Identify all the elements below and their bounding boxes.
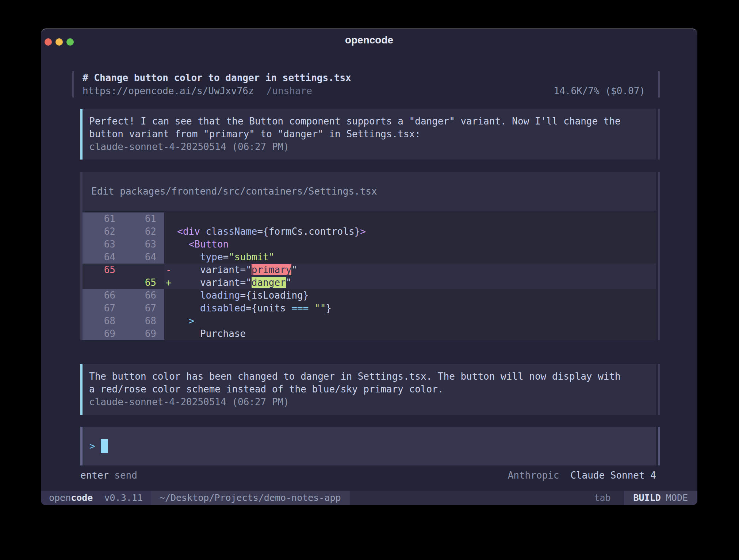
diff-line-numbers: 6868 [83, 315, 164, 327]
diff-code-line: + variant="danger" [164, 276, 656, 289]
prompt-chevron-icon: > [89, 441, 95, 452]
message-line: button variant from "primary" to "danger… [89, 128, 647, 141]
diff-row: 6767 disabled={units === ""} [83, 302, 656, 315]
working-directory: ~/Desktop/Projects/demo-notes-app [151, 491, 350, 505]
mode-chip[interactable]: BUILDMODE [624, 491, 697, 505]
session-title: # Change button color to danger in setti… [83, 71, 645, 84]
diff-code-line: > [164, 315, 656, 327]
diff-row: 6969 Purchase [83, 327, 656, 340]
diff-code-line: loading={isLoading} [164, 289, 656, 302]
diff-line-numbers: 6161 [83, 212, 164, 225]
window-title: opencode [345, 34, 393, 46]
diff-code-line [164, 212, 656, 225]
assistant-message: The button color has been changed to dan… [80, 364, 656, 415]
command-input[interactable]: > [80, 427, 656, 465]
diff-line-numbers: 6464 [83, 251, 164, 264]
mode-bold-label: BUILD [633, 492, 661, 503]
send-hint: send [114, 469, 137, 482]
opencode-window: opencode # Change button color to danger… [41, 28, 697, 505]
model-timestamp: claude-sonnet-4-20250514 (06:27 PM) [89, 396, 647, 409]
statusbar-spacer [350, 491, 585, 505]
title-bar: opencode [41, 29, 697, 51]
edit-tool-block: Edit packages/frontend/src/containers/Se… [80, 172, 656, 340]
text-cursor [101, 439, 108, 453]
diff-row: 6262 <div className={formCs.controls}> [83, 225, 656, 238]
hint-row: enter send Anthropic Claude Sonnet 4 [80, 469, 656, 482]
diff-line-numbers: 6969 [83, 327, 164, 340]
diff-code-line: Purchase [164, 327, 656, 340]
model-indicator: Anthropic Claude Sonnet 4 [508, 469, 656, 482]
session-header: # Change button color to danger in setti… [72, 71, 660, 97]
diff-row: 6666 loading={isLoading} [83, 289, 656, 302]
model-timestamp: claude-sonnet-4-20250514 (06:27 PM) [89, 141, 647, 153]
close-button[interactable] [45, 38, 52, 46]
model-name: Claude Sonnet 4 [570, 470, 656, 481]
zoom-button[interactable] [66, 38, 74, 46]
diff-code-line: type="submit" [164, 251, 656, 264]
message-line: Perfect! I can see that the Button compo… [89, 115, 647, 128]
diff-code-line: <div className={formCs.controls}> [164, 225, 656, 238]
diff-row: 6868 > [83, 315, 656, 327]
enter-key-hint: enter [80, 469, 109, 482]
diff-line-numbers: 65 [83, 264, 164, 276]
diff-code-line: - variant="primary" [164, 264, 656, 276]
edit-tool-title: Edit packages/frontend/src/containers/Se… [83, 172, 656, 211]
diff-line-numbers: 6363 [83, 238, 164, 251]
app-version-chip: opencode v0.3.11 [41, 491, 151, 505]
mode-rest-label: MODE [666, 492, 688, 503]
minimize-button[interactable] [55, 38, 63, 46]
message-line: a red/rose color scheme instead of the b… [89, 383, 647, 396]
diff-line-numbers: 6767 [83, 302, 164, 315]
assistant-message: Perfect! I can see that the Button compo… [80, 109, 656, 160]
app-name-code: code [71, 492, 93, 503]
app-version: v0.3.11 [104, 492, 143, 503]
diff-code-line: disabled={units === ""} [164, 302, 656, 315]
tab-key-hint: tab [585, 491, 620, 505]
traffic-lights [45, 38, 74, 46]
app-name-open: open [49, 492, 71, 503]
diff-table: 61616262 <div className={formCs.controls… [83, 212, 656, 340]
diff-row: 6363 <Button [83, 238, 656, 251]
status-bar: opencode v0.3.11 ~/Desktop/Projects/demo… [41, 491, 697, 505]
diff-row: 65+ variant="danger" [83, 276, 656, 289]
diff-line-numbers: 6666 [83, 289, 164, 302]
message-line: The button color has been changed to dan… [89, 370, 647, 383]
diff-line-numbers: 6262 [83, 225, 164, 238]
unshare-command: /unshare [267, 84, 312, 97]
diff-row: 65- variant="primary" [83, 264, 656, 276]
provider-name: Anthropic [508, 470, 559, 481]
share-url[interactable]: https://opencode.ai/s/UwJxv76z [83, 84, 254, 97]
token-cost-stats: 14.6K/7% ($0.07) [554, 84, 645, 97]
diff-row: 6161 [83, 212, 656, 225]
diff-code-line: <Button [164, 238, 656, 251]
diff-line-numbers: 65 [83, 276, 164, 289]
diff-row: 6464 type="submit" [83, 251, 656, 264]
